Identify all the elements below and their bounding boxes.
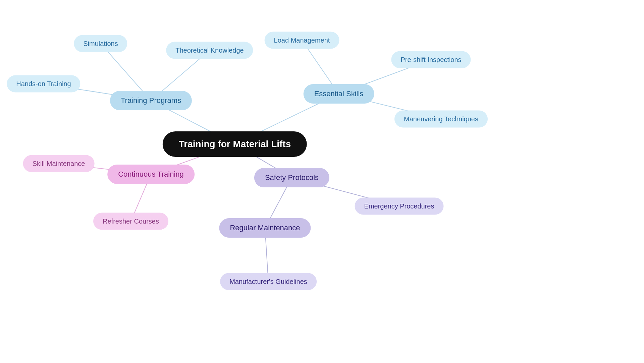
- node-regular-maintenance[interactable]: Regular Maintenance: [219, 218, 311, 238]
- node-refresher-courses[interactable]: Refresher Courses: [93, 213, 168, 230]
- node-simulations[interactable]: Simulations: [74, 35, 127, 52]
- node-maneuvering-techniques[interactable]: Maneuvering Techniques: [394, 111, 488, 128]
- node-skill-maintenance[interactable]: Skill Maintenance: [23, 155, 95, 172]
- node-pre-shift-inspections[interactable]: Pre-shift Inspections: [391, 51, 471, 68]
- node-hands-on-training[interactable]: Hands-on Training: [7, 75, 80, 93]
- node-theoretical-knowledge[interactable]: Theoretical Knowledge: [166, 42, 253, 59]
- node-essential-skills[interactable]: Essential Skills: [304, 84, 374, 104]
- node-emergency-procedures[interactable]: Emergency Procedures: [355, 198, 444, 215]
- node-training-programs[interactable]: Training Programs: [110, 91, 192, 110]
- node-load-management[interactable]: Load Management: [265, 32, 339, 49]
- center-node: Training for Material Lifts: [163, 131, 307, 157]
- node-safety-protocols[interactable]: Safety Protocols: [254, 168, 329, 187]
- node-continuous-training[interactable]: Continuous Training: [107, 165, 195, 184]
- node-manufacturers-guidelines[interactable]: Manufacturer's Guidelines: [220, 273, 317, 290]
